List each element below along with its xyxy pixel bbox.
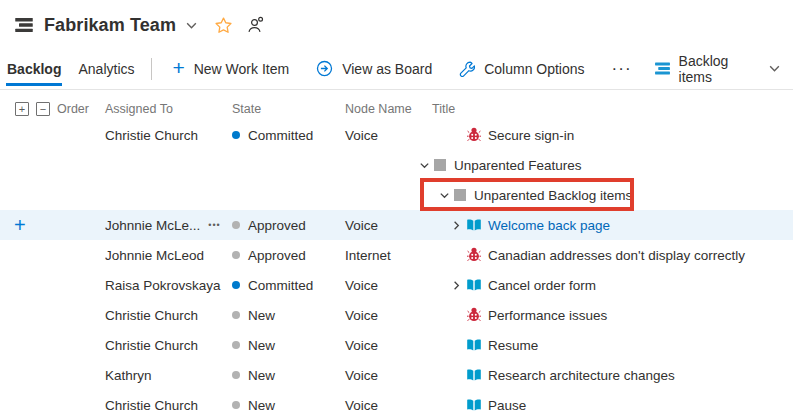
add-work-item-button[interactable]: + [14,215,26,235]
state-value: Approved [248,248,306,263]
node-name-cell: Voice [345,338,415,353]
title-cell[interactable]: Secure sign-in [415,120,793,150]
state-value: Committed [248,278,313,293]
title-text: Cancel order form [488,278,596,293]
state-cell: New [232,338,345,353]
state-dot-icon [232,251,240,259]
table-row[interactable]: Christie ChurchCommittedVoiceSecure sign… [0,120,793,150]
favorite-star-icon[interactable] [214,16,233,35]
book-icon [466,367,482,383]
node-name-value: Voice [345,278,378,293]
backlog-level-selector[interactable]: Backlog items [654,53,781,85]
tree-chevron-right-icon[interactable] [451,280,466,291]
state-value: New [248,308,275,323]
title-cell[interactable]: Unparented Features [415,150,793,180]
title-cell[interactable]: Research architecture changes [415,360,793,390]
state-cell: Approved [232,218,345,233]
expand-all-button[interactable]: + [15,102,29,116]
title-text[interactable]: Welcome back page [488,218,610,233]
backlog-bars-icon [14,15,34,35]
table-row[interactable]: Christie ChurchNewVoiceResume [0,330,793,360]
state-dot-icon [232,371,240,379]
title-text: Canadian addresses don't display correct… [488,248,745,263]
column-header-order: Order [57,102,89,116]
context-menu-icon[interactable]: ••• [208,220,220,230]
order-cell: + [0,215,105,235]
node-name-cell: Voice [345,278,415,293]
backlog-items-icon [654,60,671,77]
table-row[interactable]: Raisa PokrovskayaCommittedVoiceCancel or… [0,270,793,300]
team-members-icon[interactable] [247,16,265,34]
node-name-value: Voice [345,398,378,413]
command-bar: Backlog Analytics + New Work Item View a… [0,48,793,90]
bug-icon [466,307,482,323]
group-square-icon [434,159,446,171]
tree-chevron-right-icon[interactable] [451,220,466,231]
node-name-cell: Voice [345,368,415,383]
assigned-to-cell: Christie Church [105,308,232,323]
state-cell: New [232,398,345,413]
backlog-level-label: Backlog items [679,53,759,85]
backlog-grid: + − Order Assigned To State Node Name Ti… [0,90,793,418]
title-text: Research architecture changes [488,368,675,383]
state-cell: Committed [232,278,345,293]
tree-chevron-down-icon[interactable] [419,160,434,171]
title-cell[interactable]: Unparented Backlog items [415,180,793,210]
node-name-cell: Internet [345,248,415,263]
view-as-board-button[interactable]: View as Board [316,60,432,77]
assigned-to-cell: Christie Church [105,398,232,413]
title-cell[interactable]: Pause [415,390,793,418]
plus-icon: + [172,57,184,78]
column-options-button[interactable]: Column Options [459,61,584,77]
chevron-down-icon[interactable] [185,19,198,32]
assigned-to-value: Christie Church [105,338,198,353]
state-cell: Committed [232,128,345,143]
table-row[interactable]: Johnnie McLeodApprovedInternetCanadian a… [0,240,793,270]
node-name-value: Voice [345,338,378,353]
group-row[interactable]: Unparented Features [0,150,793,180]
state-dot-icon [232,341,240,349]
assigned-to-cell: Johnnie McLe...••• [105,218,232,233]
bug-icon [466,247,482,263]
column-header-title: Title [415,102,793,116]
new-work-item-label: New Work Item [194,61,289,77]
book-icon [466,397,482,413]
table-row[interactable]: +Johnnie McLe...•••ApprovedVoiceWelcome … [0,210,793,240]
tab-backlog-label: Backlog [7,61,61,77]
circle-arrow-icon [316,60,333,77]
page-header: Fabrikam Team [0,0,793,48]
new-work-item-button[interactable]: + New Work Item [172,59,289,78]
state-dot-icon [232,281,240,289]
title-cell[interactable]: Resume [415,330,793,360]
assigned-to-value: Johnnie McLeod [105,248,204,263]
title-cell[interactable]: Canadian addresses don't display correct… [415,240,793,270]
tab-analytics[interactable]: Analytics [77,48,135,89]
collapse-all-button[interactable]: − [36,102,50,116]
node-name-cell: Voice [345,308,415,323]
state-dot-icon [232,221,240,229]
tab-analytics-label: Analytics [78,61,134,77]
assigned-to-cell: Kathryn [105,368,232,383]
more-options-button[interactable]: ··· [612,59,632,79]
column-header-assigned-to: Assigned To [105,102,232,116]
state-cell: New [232,308,345,323]
title-cell[interactable]: Performance issues [415,300,793,330]
book-icon [466,217,482,233]
group-square-icon [454,189,466,201]
tab-backlog[interactable]: Backlog [6,48,62,89]
backlog-page: Fabrikam Team Backlog Analytics + New Wo… [0,0,793,418]
node-name-value: Voice [345,308,378,323]
column-options-label: Column Options [484,61,584,77]
table-row[interactable]: KathrynNewVoiceResearch architecture cha… [0,360,793,390]
tree-chevron-down-icon[interactable] [439,190,454,201]
title-cell[interactable]: Cancel order form [415,270,793,300]
table-row[interactable]: Christie ChurchNewVoicePerformance issue… [0,300,793,330]
book-icon [466,337,482,353]
group-row[interactable]: Unparented Backlog items [0,180,793,210]
assigned-to-value: Christie Church [105,308,198,323]
state-dot-icon [232,401,240,409]
table-row[interactable]: Christie ChurchNewVoicePause [0,390,793,418]
state-value: New [248,368,275,383]
title-cell[interactable]: Welcome back page [415,210,793,240]
assigned-to-cell: Raisa Pokrovskaya [105,278,232,293]
